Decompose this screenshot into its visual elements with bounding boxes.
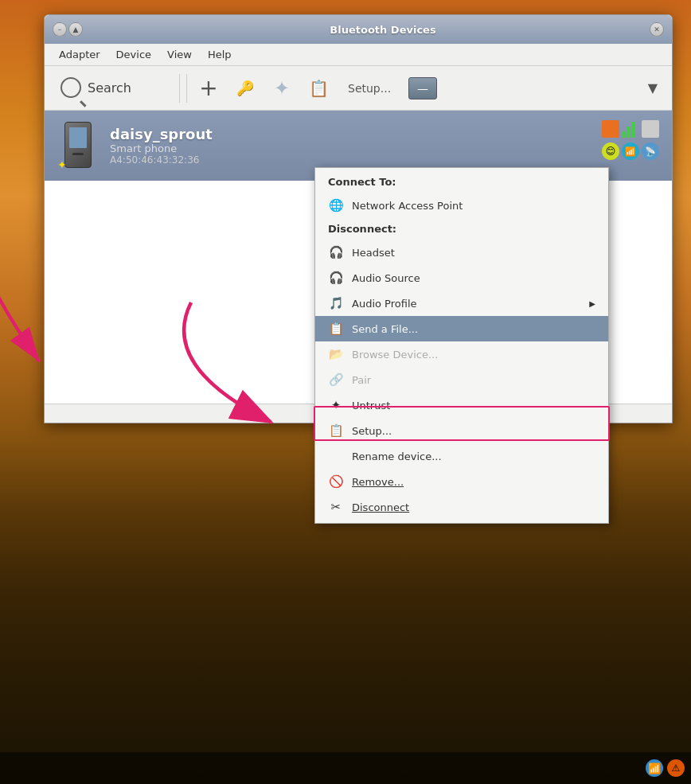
add-device-button[interactable]: +	[193, 73, 224, 103]
taskbar-bluetooth-icon: 📶	[646, 759, 663, 777]
ctx-disconnect-header: Disconnect:	[315, 218, 608, 240]
menubar: Adapter Device View Help	[45, 44, 672, 66]
dropdown-arrow-icon: ▼	[648, 80, 658, 96]
maximize-button[interactable]: ▲	[68, 22, 83, 37]
ctx-headset[interactable]: 🎧 Headset	[315, 240, 608, 265]
indicator-row2: 😊 📶 📡	[602, 142, 659, 160]
setup-button[interactable]: Setup...	[340, 79, 399, 98]
menu-device[interactable]: Device	[110, 47, 158, 62]
ctx-disconnect[interactable]: ✂ Disconnect	[315, 494, 608, 520]
minus-button[interactable]: —	[408, 77, 437, 99]
device-info: daisy_sprout Smart phone A4:50:46:43:32:…	[110, 126, 659, 166]
titlebar-left-space: – ▲	[53, 22, 116, 37]
key-icon: 🔑	[236, 80, 254, 96]
minus-icon: —	[417, 82, 428, 95]
ctx-pair[interactable]: 🔗 Pair	[315, 367, 608, 392]
ctx-rename-device[interactable]: Rename device...	[315, 443, 608, 469]
toolbar: Search + 🔑 ✦ 📋 Setup... — ▼	[45, 66, 672, 111]
device-address: A4:50:46:43:32:36	[110, 154, 659, 166]
ctx-network-access-point[interactable]: 🌐 Network Access Point	[315, 193, 608, 218]
toolbar-more-button[interactable]: ▼	[642, 77, 664, 99]
disconnect-icon: ✂	[328, 499, 344, 515]
close-button[interactable]: ✕	[650, 22, 664, 37]
minimize-button[interactable]: –	[53, 22, 67, 37]
ctx-untrust[interactable]: ✦ Untrust	[315, 392, 608, 418]
setup-icon: 📋	[328, 423, 344, 439]
menu-adapter[interactable]: Adapter	[53, 47, 107, 62]
ctx-browse-device[interactable]: 📂 Browse Device...	[315, 341, 608, 367]
window-title: Bluetooth Devices	[116, 24, 650, 36]
taskbar-indicators: 📶 ⚠	[646, 759, 685, 777]
key-button[interactable]: 🔑	[230, 73, 260, 103]
search-label: Search	[88, 80, 131, 96]
device-name: daisy_sprout	[110, 126, 659, 142]
taskbar-notification-icon: ⚠	[667, 759, 685, 777]
search-icon	[61, 77, 83, 99]
trusted-star-icon: ✦	[57, 158, 67, 171]
ctx-setup[interactable]: 📋 Setup...	[315, 418, 608, 443]
device-type: Smart phone	[110, 142, 659, 154]
pair-icon: 🔗	[328, 372, 344, 388]
plus-icon: +	[199, 75, 217, 101]
audio-profile-icon: 🎵	[328, 295, 344, 311]
rename-icon	[328, 448, 344, 464]
device-icon: ✦	[57, 120, 99, 171]
indicator-teal: 📶	[622, 142, 639, 160]
setup-label: Setup...	[348, 82, 391, 95]
toolbar-divider-1	[186, 74, 187, 103]
menu-view[interactable]: View	[161, 47, 198, 62]
search-button[interactable]: Search	[53, 74, 180, 103]
indicator-wifi: 📡	[642, 142, 659, 160]
indicator-white	[642, 120, 659, 138]
menu-help[interactable]: Help	[201, 47, 238, 62]
submenu-arrow-icon: ▶	[589, 299, 595, 308]
remove-icon: 🚫	[328, 474, 344, 490]
signal-bars	[622, 120, 639, 138]
browse-device-icon: 📂	[328, 346, 344, 362]
ctx-send-a-file[interactable]: 📋 Send a File...	[315, 316, 608, 341]
send-file-icon: 📋	[328, 321, 344, 337]
ctx-audio-profile[interactable]: 🎵 Audio Profile ▶	[315, 291, 608, 316]
audio-source-icon: 🎧	[328, 270, 344, 286]
file-icon: 📋	[309, 79, 329, 98]
taskbar: 📶 ⚠	[0, 752, 691, 784]
device-indicators: 😊 📶 📡	[602, 120, 659, 160]
ctx-audio-source[interactable]: 🎧 Audio Source	[315, 265, 608, 291]
star-button[interactable]: ✦	[267, 73, 297, 103]
file-button[interactable]: 📋	[303, 73, 334, 103]
titlebar-controls: ✕	[650, 22, 664, 37]
headset-icon: 🎧	[328, 244, 344, 260]
ctx-connect-to-header: Connect To:	[315, 171, 608, 193]
ctx-remove[interactable]: 🚫 Remove...	[315, 469, 608, 494]
indicator-icons	[602, 120, 659, 138]
indicator-smiley: 😊	[602, 142, 619, 160]
indicator-orange	[602, 120, 619, 138]
network-icon: 🌐	[328, 197, 344, 213]
star-icon: ✦	[274, 77, 290, 99]
titlebar: – ▲ Bluetooth Devices ✕	[45, 15, 672, 44]
untrust-icon: ✦	[328, 397, 344, 413]
context-menu: Connect To: 🌐 Network Access Point Disco…	[314, 167, 609, 524]
